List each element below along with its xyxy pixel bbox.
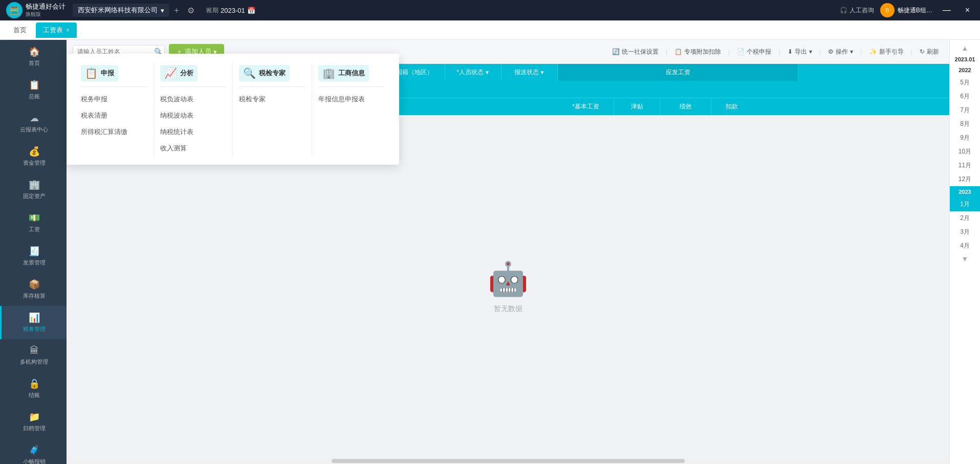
top-bar: 🧮 畅捷通好会计 旗舰版 西安虾米网络科技有限公司 ▾ ＋ ⚙ 账期 2023-… [0,0,980,20]
menu-item-tax-expert[interactable]: 税检专家 [239,91,306,107]
menu-item-tax-report[interactable]: 税务申报 [81,91,147,107]
cloud-icon: ☁ [30,113,39,124]
bottom-scrollbar[interactable] [67,458,949,464]
sidebar-item-ledger[interactable]: 📋 总账 [0,73,67,106]
menu-section-biz-info-header: 🏢 工商信息 [318,62,385,87]
company-selector[interactable]: 西安虾米网络科技有限公司 ▾ [73,4,169,17]
close-books-icon: 🔒 [29,378,40,389]
calendar-month-3[interactable]: 3月 [950,225,980,239]
sidebar-item-cloud-report[interactable]: ☁ 云报表中心 [0,106,67,140]
calendar-month-5[interactable]: 5月 [950,76,980,90]
sidebar-label-ledger: 总账 [29,93,40,100]
empty-icon: 🤖 [488,260,529,298]
menu-item-tax-payment[interactable]: 纳税波动表 [160,107,227,124]
menu-section-analysis: 📈 分析 税负波动表 纳税波动表 纳税统计表 收入测算 [154,62,233,157]
calendar-month-4[interactable]: 4月 [950,239,980,253]
invoice-icon: 🧾 [29,246,40,257]
tax-expert-icon: 🔍 [243,67,256,79]
menu-section-analysis-label: 分析 [180,69,193,78]
menu-item-tax-burden[interactable]: 税负波动表 [160,91,227,107]
tab-salary[interactable]: 工资表 × [36,23,77,38]
menu-item-annual-report[interactable]: 年报信息申报表 [318,91,385,107]
calendar-month-11[interactable]: 11月 [950,159,980,172]
new-guide-btn[interactable]: ✨ 新手引导 [865,46,908,58]
sidebar-item-fund[interactable]: 💰 资金管理 [0,140,67,173]
tax-return-btn[interactable]: 📄 个税申报 [733,46,775,58]
th-base-salary: *基本工资 [558,98,614,115]
social-security-btn[interactable]: 🔄 统一社保设置 [608,46,663,58]
calendar-up-arrow[interactable]: ▲ [960,42,971,54]
sidebar-item-xiaochang[interactable]: 🧳 小畅报销 [0,438,67,464]
declaration-icon: 📋 [85,67,98,79]
settings-icon[interactable]: ⚙ [184,3,198,17]
calendar-month-8[interactable]: 8月 [950,117,980,131]
sidebar-item-multi-org[interactable]: 🏛 多机构管理 [0,339,67,372]
tab-close-icon[interactable]: × [66,27,70,34]
add-company-icon[interactable]: ＋ [169,3,184,17]
fixed-assets-icon: 🏢 [29,179,40,190]
scrollbar-thumb[interactable] [332,459,685,463]
calendar-month-9[interactable]: 9月 [950,131,980,145]
home-icon: 🏠 [29,46,40,57]
th-subsidy: 津贴 [614,98,660,115]
calendar-icon[interactable]: 📅 [247,7,255,14]
export-btn[interactable]: ⬇ 导出 ▾ [783,46,816,58]
sidebar-item-home[interactable]: 🏠 首页 [0,40,67,73]
sidebar-label-home: 首页 [29,59,40,67]
refresh-btn[interactable]: ↻ 刷新 [916,46,943,58]
operate-icon: ⚙ [828,48,834,55]
refresh-label: 刷新 [927,48,939,56]
menu-item-tax-table[interactable]: 税表清册 [81,107,147,124]
dropdown-menu: 📋 申报 税务申报 税表清册 所得税汇算清缴 📈 分析 税负波动表 纳税波动表 … [67,54,399,165]
sidebar-label-archive: 归档管理 [23,425,46,432]
sidebar-item-inventory[interactable]: 📦 库存核算 [0,273,67,306]
sidebar-label-salary: 工资 [29,226,40,233]
app-subtitle: 旗舰版 [26,11,66,18]
sidebar-label-cloud-report: 云报表中心 [20,126,48,134]
user-info[interactable]: B 畅捷通B组… [880,3,932,17]
period-label: 账期 [206,6,219,15]
export-arrow: ▾ [809,48,812,55]
menu-item-tax-stat[interactable]: 纳税统计表 [160,124,227,140]
close-button[interactable]: × [961,6,974,15]
filter-report-icon[interactable]: ▼ [540,70,545,75]
logo: 🧮 畅捷通好会计 旗舰版 [6,2,73,18]
analysis-icon: 📈 [164,67,177,79]
tab-home[interactable]: 首页 [6,23,34,38]
calendar-down-arrow[interactable]: ▼ [960,253,971,265]
refresh-icon: ↻ [920,48,925,55]
sidebar-item-tax[interactable]: 📊 税务管理 [0,306,67,339]
menu-section-analysis-header: 📈 分析 [160,62,227,87]
sidebar-item-close[interactable]: 🔒 结账 [0,372,67,405]
multi-org-icon: 🏛 [30,345,39,356]
sidebar-item-invoice[interactable]: 🧾 发票管理 [0,239,67,273]
calendar-month-6[interactable]: 6月 [950,90,980,103]
service-button[interactable]: 🎧 人工咨询 [840,6,874,15]
menu-item-income-calc[interactable]: 收入测算 [160,140,227,157]
filter-status-icon[interactable]: ▼ [485,70,490,75]
salary-icon: 💵 [29,212,40,224]
calendar-month-1[interactable]: 1月 [950,197,980,211]
sidebar-item-fixed-assets[interactable]: 🏢 固定资产 [0,173,67,206]
tab-bar: 首页 工资表 × [0,20,980,40]
calendar-month-7[interactable]: 7月 [950,103,980,117]
sidebar-item-archive[interactable]: 📁 归档管理 [0,405,67,438]
th-report-status: 报送状态 ▼ [502,64,558,81]
special-deduct-btn[interactable]: 📋 专项附加扣除 [670,46,725,58]
operate-btn[interactable]: ⚙ 操作 ▾ [824,46,857,58]
menu-item-income-settlement[interactable]: 所得税汇算清缴 [81,124,147,140]
sidebar-label-multi-org: 多机构管理 [20,358,48,366]
archive-icon: 📁 [29,411,40,423]
xiaochang-icon: 🧳 [29,445,40,456]
menu-section-tax-expert-label: 税检专家 [259,69,286,78]
menu-section-tax-expert: 🔍 税检专家 税检专家 [233,62,312,157]
sidebar-item-salary[interactable]: 💵 工资 [0,206,67,239]
calendar-month-2[interactable]: 2月 [950,211,980,225]
service-label: 人工咨询 [850,6,874,15]
calendar-year-2023: 2023 [950,186,980,197]
calendar-month-12[interactable]: 12月 [950,172,980,186]
new-guide-label: 新手引导 [879,48,904,56]
calendar-month-10[interactable]: 10月 [950,145,980,159]
minimize-button[interactable]: — [939,6,955,15]
deduct-icon: 📋 [674,48,682,55]
